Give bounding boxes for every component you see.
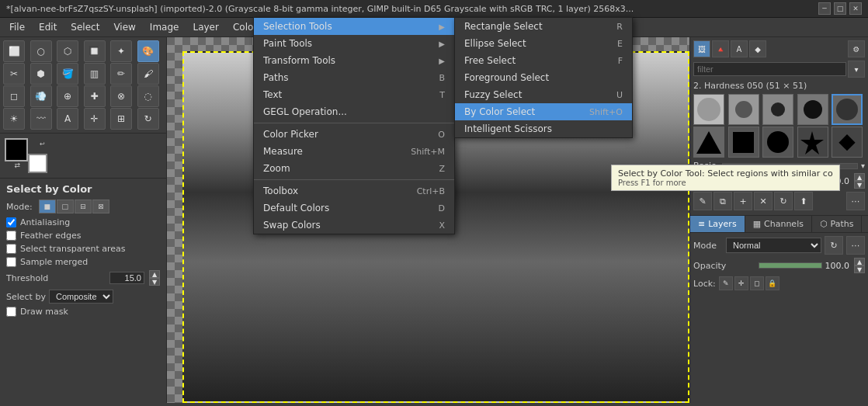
tool-eraser[interactable]: ◻ <box>3 85 25 107</box>
edit-brush-icon[interactable]: ✎ <box>693 192 712 210</box>
refresh-brush-icon[interactable]: ↻ <box>774 192 793 210</box>
tool-paint[interactable]: 🪣 <box>57 63 78 85</box>
menu-row-swap-colors[interactable]: Swap Colors X <box>254 217 454 234</box>
menu-edit[interactable]: Edit <box>33 19 63 35</box>
menu-file[interactable]: File <box>3 19 31 35</box>
opacity-slider[interactable] <box>759 262 822 269</box>
tool-fg-select[interactable]: 🔲 <box>84 40 106 62</box>
spacing-down[interactable]: ▼ <box>854 181 865 189</box>
mode-more-icon[interactable]: ⋯ <box>846 236 865 255</box>
layers-panel-config[interactable]: ⚙ <box>862 216 868 232</box>
draw-mask-checkbox[interactable] <box>6 307 16 317</box>
brush-tab-gradients[interactable]: ◆ <box>749 40 766 57</box>
tool-ellipse-select[interactable]: ○ <box>30 40 52 62</box>
tool-rotate[interactable]: ↻ <box>137 108 159 130</box>
brush-filter-input[interactable] <box>693 62 846 76</box>
submenu-row-scissors[interactable]: Intelligent Scissors <box>455 120 632 137</box>
tool-by-color[interactable]: 🎨 <box>137 40 159 62</box>
delete-brush-icon[interactable]: ✕ <box>754 192 773 210</box>
filter-config-icon[interactable]: ▾ <box>848 61 865 78</box>
select-by-dropdown[interactable]: Composite Red Green Blue Alpha <box>49 290 113 304</box>
menu-row-color-picker[interactable]: Color Picker O <box>254 126 454 143</box>
submenu-row-by-color-select[interactable]: By Color Select Shift+O <box>455 103 632 120</box>
tool-fuzzy-select[interactable]: ✦ <box>110 40 132 62</box>
mode-intersect-btn[interactable]: ⊠ <box>92 200 109 213</box>
menu-row-toolbox[interactable]: Toolbox Ctrl+B <box>254 182 454 200</box>
brush-panel-config[interactable]: ⚙ <box>848 40 865 57</box>
brush-item-5[interactable] <box>832 94 863 125</box>
minimize-button[interactable]: ─ <box>818 2 831 15</box>
mode-add-btn[interactable]: □ <box>57 200 74 213</box>
tool-perspective-clone[interactable]: ⊗ <box>110 85 132 107</box>
submenu-row-rect-select[interactable]: Rectangle Select R <box>455 18 632 35</box>
mode-subtract-btn[interactable]: ⊟ <box>75 200 92 213</box>
opacity-down[interactable]: ▼ <box>854 265 865 273</box>
lock-position-icon[interactable]: ✛ <box>734 276 748 290</box>
lock-pixels-icon[interactable]: ✎ <box>719 276 733 290</box>
menu-row-gegl[interactable]: GEGL Operation... <box>254 103 454 120</box>
menu-select[interactable]: Select <box>64 19 106 35</box>
tool-blur[interactable]: ◌ <box>137 85 159 107</box>
menu-row-default-colors[interactable]: Default Colors D <box>254 200 454 217</box>
tool-align[interactable]: ⊞ <box>110 108 132 130</box>
opacity-up[interactable]: ▲ <box>854 258 865 265</box>
tool-move[interactable]: ✛ <box>84 108 106 130</box>
maximize-button[interactable]: □ <box>834 2 846 15</box>
submenu-row-fg-select[interactable]: Foreground Select <box>455 69 632 86</box>
tool-paths[interactable]: ⬢ <box>30 63 52 85</box>
brush-tab-presets[interactable]: 🖼 <box>693 40 710 57</box>
mode-dropdown[interactable]: Normal Multiply Screen Overlay <box>726 238 821 253</box>
brush-item-8[interactable] <box>762 127 793 158</box>
threshold-up[interactable]: ▲ <box>149 270 160 278</box>
default-colors-icon[interactable]: ↩ <box>40 141 45 147</box>
tool-brush[interactable]: 🖌 <box>137 63 159 85</box>
brush-item-7[interactable] <box>728 127 759 158</box>
menu-row-text[interactable]: Text T <box>254 86 454 103</box>
submenu-row-free-select[interactable]: Free Select F <box>455 52 632 69</box>
tab-layers[interactable]: ≡ Layers <box>690 216 745 232</box>
duplicate-brush-icon[interactable]: ⧉ <box>713 192 732 210</box>
feather-edges-checkbox[interactable] <box>6 231 16 241</box>
tool-dodge[interactable]: ☀ <box>3 108 25 130</box>
brush-item-9[interactable] <box>797 127 828 158</box>
tab-channels[interactable]: ▦ Channels <box>745 216 812 232</box>
menu-image[interactable]: Image <box>144 19 186 35</box>
brush-item-3[interactable] <box>762 94 793 125</box>
brush-tab-fonts[interactable]: A <box>731 40 748 57</box>
tool-rect-select[interactable]: ⬜ <box>3 40 25 62</box>
menu-row-paint-tools[interactable]: Paint Tools ▶ <box>254 35 454 52</box>
antialiasing-checkbox[interactable] <box>6 217 16 227</box>
foreground-color-swatch[interactable] <box>5 138 28 161</box>
tool-heal[interactable]: ✚ <box>84 85 106 107</box>
menu-row-zoom[interactable]: Zoom Z <box>254 160 454 177</box>
tool-free-select[interactable]: ⬡ <box>57 40 78 62</box>
menu-view[interactable]: View <box>107 19 141 35</box>
brush-item-6[interactable] <box>693 127 724 158</box>
brush-tab-patterns[interactable]: 🔺 <box>712 40 729 57</box>
brush-item-2[interactable] <box>728 94 759 125</box>
spacing-up[interactable]: ▲ <box>854 173 865 181</box>
brush-item-10[interactable] <box>832 127 863 158</box>
tab-paths[interactable]: ⬡ Paths <box>812 216 863 232</box>
lock-alpha-icon[interactable]: ◻ <box>750 276 764 290</box>
brush-item-4[interactable] <box>797 94 828 125</box>
lock-all-icon[interactable]: 🔒 <box>766 276 779 290</box>
background-color-swatch[interactable] <box>28 154 47 173</box>
tool-pencil[interactable]: ✏ <box>110 63 132 85</box>
preset-dropdown-arrow[interactable]: ▾ <box>861 161 865 170</box>
sample-merged-checkbox[interactable] <box>6 257 16 267</box>
menu-row-transform-tools[interactable]: Transform Tools ▶ <box>254 52 454 69</box>
tool-text[interactable]: A <box>57 108 78 130</box>
swap-colors-icon[interactable]: ⇄ <box>14 161 20 169</box>
menu-row-paths[interactable]: Paths B <box>254 69 454 86</box>
menu-layer[interactable]: Layer <box>186 19 224 35</box>
submenu-row-fuzzy-select[interactable]: Fuzzy Select U <box>455 86 632 103</box>
tool-scissors[interactable]: ✂ <box>3 63 25 85</box>
tool-smudge[interactable]: 〰 <box>30 108 52 130</box>
brush-item-1[interactable] <box>693 94 724 125</box>
tool-airbrush[interactable]: 💨 <box>30 85 52 107</box>
close-button[interactable]: ✕ <box>849 2 862 15</box>
tool-gradient[interactable]: ▥ <box>84 63 106 85</box>
more-icon[interactable]: ⋯ <box>846 192 865 210</box>
menu-row-selection-tools[interactable]: Selection Tools ▶ <box>254 18 454 35</box>
